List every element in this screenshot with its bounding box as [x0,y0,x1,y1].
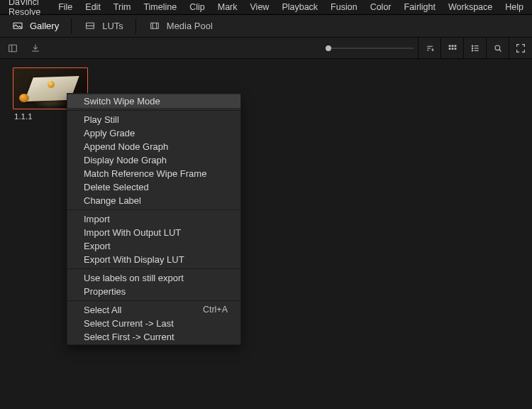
ctx-item-label: Export With Display LUT [84,255,184,264]
ctx-select-all[interactable]: Select AllCtrl+A [67,303,240,317]
ctx-separator [67,300,240,301]
ctx-item-label: Select Current -> Last [84,319,174,328]
ctx-item-label: Switch Wipe Mode [84,97,160,106]
svg-rect-6 [454,45,456,47]
svg-rect-8 [451,48,453,50]
ctx-item-label: Properties [84,287,126,296]
grid-view-button[interactable] [441,38,464,59]
gallery-tab-label: Gallery [30,21,59,31]
mediapool-tab[interactable]: Media Pool [143,18,218,35]
ctx-item-label: Apply Grade [84,129,135,138]
sidebar-toggle-button[interactable] [3,39,23,58]
sort-button[interactable] [419,38,441,59]
ctx-item-shortcut: Ctrl+A [203,305,228,315]
ctx-switch-wipe-mode[interactable]: Switch Wipe Mode [67,94,240,108]
slider-track [328,48,414,49]
svg-rect-4 [448,45,450,47]
grab-still-button[interactable] [26,39,45,58]
ctx-item-label: Change Label [84,196,141,205]
ctx-change-label[interactable]: Change Label [67,194,240,207]
ctx-select-first-current[interactable]: Select First -> Current [67,330,240,344]
svg-point-13 [495,45,500,50]
ctx-append-node-graph[interactable]: Append Node Graph [67,140,240,153]
menu-color[interactable]: Color [365,1,397,13]
ctx-separator [67,209,240,210]
menu-app[interactable]: DaVinci Resolve [3,0,51,18]
gallery-tab[interactable]: Gallery [6,18,65,35]
svg-rect-5 [451,45,453,47]
ctx-item-label: Play Still [84,115,119,124]
gallery-icon [11,21,24,32]
svg-rect-3 [9,45,17,51]
ctx-item-label: Import With Output LUT [84,228,181,237]
ctx-item-label: Display Node Graph [84,156,167,165]
ctx-separator [67,268,240,269]
luts-icon [84,21,96,32]
gallery-toolbar [0,38,532,59]
ctx-display-node-graph[interactable]: Display Node Graph [67,153,240,167]
ctx-match-reference-wipe-frame[interactable]: Match Reference Wipe Frame [67,167,240,180]
ctx-play-still[interactable]: Play Still [67,113,240,126]
ctx-item-label: Select First -> Current [84,332,174,342]
main-menubar: DaVinci Resolve File Edit Trim Timeline … [0,0,532,14]
mediapool-icon [148,21,161,32]
ctx-delete-selected[interactable]: Delete Selected [67,180,240,194]
menu-help[interactable]: Help [499,1,529,13]
menu-workspace[interactable]: Workspace [443,1,498,13]
ctx-import-with-output-lut[interactable]: Import With Output LUT [67,226,240,239]
menu-timeline[interactable]: Timeline [138,1,182,13]
slider-knob[interactable] [326,45,331,51]
panel-tabs-toolbar: Gallery LUTs Media Pool [0,14,532,38]
list-view-button[interactable] [464,38,487,59]
expand-button[interactable] [509,38,532,59]
svg-rect-7 [448,48,450,50]
luts-tab-label: LUTs [102,21,123,31]
ctx-item-label: Append Node Graph [84,142,168,151]
menu-clip[interactable]: Clip [184,1,211,13]
ctx-item-label: Export [84,241,111,251]
thumbnail-size-slider[interactable] [328,48,414,49]
menu-trim[interactable]: Trim [108,1,137,13]
search-button[interactable] [487,38,509,59]
mediapool-tab-label: Media Pool [167,21,213,31]
toolbar-divider [135,18,136,34]
svg-rect-9 [454,48,456,50]
ctx-export-with-display-lut[interactable]: Export With Display LUT [67,253,240,266]
ctx-use-labels-on-still-export[interactable]: Use labels on still export [67,271,240,285]
ctx-export[interactable]: Export [67,239,240,253]
menu-playback[interactable]: Playback [276,1,323,13]
menu-mark[interactable]: Mark [212,1,243,13]
ctx-separator [67,110,240,111]
menu-view[interactable]: View [245,1,275,13]
svg-point-12 [472,50,472,50]
ctx-item-label: Delete Selected [84,182,149,192]
svg-rect-2 [150,23,158,28]
ctx-select-current-last[interactable]: Select Current -> Last [67,317,240,330]
menu-edit[interactable]: Edit [79,1,106,13]
menu-file[interactable]: File [52,1,78,13]
context-menu: Switch Wipe ModePlay StillApply GradeApp… [67,93,241,345]
ctx-item-label: Import [84,214,110,224]
svg-point-11 [472,48,472,48]
ctx-import[interactable]: Import [67,212,240,226]
ctx-item-label: Use labels on still export [84,273,184,283]
toolbar-divider [71,18,72,34]
menu-fairlight[interactable]: Fairlight [399,1,441,13]
ctx-properties[interactable]: Properties [67,285,240,298]
svg-point-10 [472,45,472,46]
ctx-apply-grade[interactable]: Apply Grade [67,126,240,140]
menu-fusion[interactable]: Fusion [325,1,363,13]
ctx-item-label: Match Reference Wipe Frame [84,169,206,178]
ctx-item-label: Select All [84,305,121,315]
luts-tab[interactable]: LUTs [78,18,129,35]
